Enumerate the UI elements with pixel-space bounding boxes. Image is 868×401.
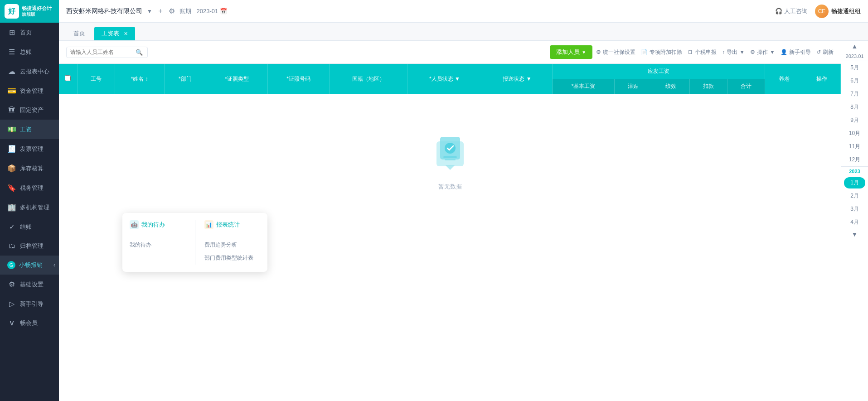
new-guide-btn[interactable]: 👤 新手引导 — [781, 48, 811, 56]
search-icon[interactable]: 🔍 — [136, 49, 143, 56]
special-deduction-btn[interactable]: 📄 专项附加扣除 — [641, 48, 682, 56]
sidebar-item-basic-settings[interactable]: ⚙ 基础设置 — [0, 275, 59, 294]
subsidy-header: 津贴 — [614, 79, 652, 94]
timeline-month-4[interactable]: 4月 — [841, 216, 868, 229]
operation-label: 操作 — [757, 48, 768, 56]
sidebar-item-cloud-report[interactable]: ☁ 云报表中心 — [0, 62, 59, 81]
sidebar-item-salary[interactable]: 💵 工资 — [0, 120, 59, 139]
home-icon: ⊞ — [7, 28, 16, 37]
timeline-month-10[interactable]: 10月 — [841, 127, 868, 140]
customer-service-label: 人工咨询 — [784, 7, 808, 15]
sidebar-item-multi-org[interactable]: 🏢 多机构管理 — [0, 198, 59, 217]
id-number-header: *证照号码 — [267, 64, 329, 94]
sidebar-item-ledger[interactable]: ☰ 总账 — [0, 42, 59, 62]
popup-todo-item-1[interactable]: 我的待办 — [130, 238, 186, 251]
id-type-header: *证照类型 — [206, 64, 267, 94]
special-deduction-label: 专项附加扣除 — [650, 48, 682, 56]
sidebar-item-settlement[interactable]: ✓ 结账 — [0, 217, 59, 237]
tabbar: 首页 工资表 ✕ — [59, 23, 868, 41]
invoice-icon: 🧾 — [7, 145, 16, 153]
personal-tax-label: 个税申报 — [695, 48, 717, 56]
company-dropdown-icon[interactable]: ▼ — [147, 8, 152, 14]
timeline-month-9[interactable]: 9月 — [841, 114, 868, 127]
popup-report-title[interactable]: 📊 报表统计 — [204, 220, 261, 233]
sidebar-item-tax[interactable]: 🔖 税务管理 — [0, 178, 59, 198]
timeline-nav-down[interactable]: ▼ — [841, 229, 868, 240]
report-icon: 📊 — [205, 222, 212, 228]
sidebar-item-fund-label: 资金管理 — [20, 87, 44, 95]
popup-todo-title-text: 我的待办 — [141, 221, 165, 229]
user-avatar: CE — [815, 5, 829, 18]
timeline-month-2[interactable]: 2月 — [841, 189, 868, 203]
sidebar-item-home-label: 首页 — [20, 29, 32, 37]
timeline-month-6[interactable]: 6月 — [841, 74, 868, 87]
timeline-month-1-active[interactable]: 1月 — [844, 177, 865, 188]
sidebar-item-archive[interactable]: 🗂 归档管理 — [0, 237, 59, 256]
customer-service-btn[interactable]: 🎧 人工咨询 — [775, 7, 808, 15]
sidebar-item-home[interactable]: ⊞ 首页 — [0, 23, 59, 42]
main-area: 西安虾米网络科技有限公司 ▼ ＋ ⚙ 账期 2023-01 📅 🎧 人工咨询 C… — [59, 0, 868, 401]
refresh-btn[interactable]: ↺ 刷新 — [816, 48, 834, 56]
popup-report-item-1[interactable]: 费用趋势分析 — [204, 238, 261, 251]
add-person-button[interactable]: 添加人员 ▼ — [550, 45, 592, 59]
sidebar-item-fixed-assets[interactable]: 🏛 固定资产 — [0, 101, 59, 120]
tab-salary[interactable]: 工资表 ✕ — [94, 27, 135, 40]
user-info[interactable]: CE 畅捷通组组 — [815, 5, 861, 18]
personal-tax-btn[interactable]: 🗒 个税申报 — [688, 48, 717, 56]
export-icon: ↑ — [722, 49, 725, 55]
svg-point-2 — [445, 143, 456, 154]
sidebar-item-member[interactable]: V 畅会员 — [0, 314, 59, 333]
sidebar-item-archive-label: 归档管理 — [20, 242, 44, 250]
period-label: 账期 2023-01 📅 — [179, 7, 227, 15]
timeline-panel: ▲ 2023.01 5月 6月 7月 8月 9月 10月 11月 12月 202… — [841, 41, 868, 401]
tab-home[interactable]: 首页 — [66, 27, 92, 40]
sidebar: 好 畅捷通好会计 旗舰版 ⊞ 首页 ☰ 总账 ☁ 云报表中心 💳 资金管理 🏛 … — [0, 0, 59, 401]
report-status-header: 报送状态 ▼ — [482, 64, 553, 94]
deduction-header: 扣款 — [690, 79, 727, 94]
sidebar-item-xiaochang[interactable]: G 小畅报销 ‹ — [0, 256, 59, 275]
username-label: 畅捷通组组 — [831, 7, 861, 15]
refresh-label: 刷新 — [823, 48, 834, 56]
operation-btn[interactable]: ⚙ 操作 ▼ — [750, 48, 775, 56]
timeline-month-11[interactable]: 11月 — [841, 140, 868, 153]
salary-icon: 💵 — [7, 125, 16, 134]
sidebar-item-ledger-label: 总账 — [20, 48, 32, 56]
timeline-month-7[interactable]: 7月 — [841, 87, 868, 101]
svg-rect-3 — [443, 156, 457, 158]
topbar-add-icon[interactable]: ＋ — [157, 6, 164, 16]
tab-salary-close-icon[interactable]: ✕ — [124, 31, 128, 36]
topbar-right: 🎧 人工咨询 CE 畅捷通组组 — [775, 5, 861, 18]
sidebar-item-inventory[interactable]: 📦 库存核算 — [0, 159, 59, 178]
timeline-nav-up[interactable]: ▲ — [841, 41, 868, 52]
member-icon: V — [7, 320, 16, 327]
popup-report-item-2[interactable]: 部门费用类型统计表 — [204, 251, 261, 265]
empty-state: 暂无数据 — [59, 94, 841, 227]
social-insurance-btn[interactable]: ⚙ 统一社保设置 — [596, 48, 635, 56]
sidebar-item-salary-label: 工资 — [20, 126, 32, 134]
fund-icon: 💳 — [7, 87, 16, 95]
topbar-gear-icon[interactable]: ⚙ — [169, 7, 175, 15]
search-box[interactable]: 🔍 — [66, 47, 148, 58]
department-header: *部门 — [164, 64, 206, 94]
export-btn[interactable]: ↑ 导出 ▼ — [722, 48, 745, 56]
select-all-checkbox[interactable] — [65, 75, 71, 81]
period-value[interactable]: 2023-01 — [197, 8, 218, 14]
inventory-icon: 📦 — [7, 164, 16, 173]
timeline-month-3[interactable]: 3月 — [841, 203, 868, 216]
popup-todo-title[interactable]: 🤖 我的待办 — [130, 220, 186, 233]
sidebar-nav: ⊞ 首页 ☰ 总账 ☁ 云报表中心 💳 资金管理 🏛 固定资产 💵 工资 🧾 发… — [0, 23, 59, 401]
toolbar-actions: ⚙ 统一社保设置 📄 专项附加扣除 🗒 个税申报 ↑ 导出 ▼ — [596, 48, 834, 56]
logo-icon: 好 — [5, 4, 19, 19]
search-input[interactable] — [70, 49, 134, 55]
timeline-month-12[interactable]: 12月 — [841, 153, 868, 166]
timeline-month-5[interactable]: 5月 — [841, 61, 868, 74]
sidebar-item-fund[interactable]: 💳 资金管理 — [0, 81, 59, 101]
timeline-month-8[interactable]: 8月 — [841, 101, 868, 114]
sidebar-item-new-guide[interactable]: ▷ 新手引导 — [0, 294, 59, 314]
sidebar-item-invoice-label: 发票管理 — [20, 145, 44, 153]
popup-report-column: 📊 报表统计 费用趋势分析 部门费用类型统计表 — [204, 220, 261, 265]
sidebar-item-invoice[interactable]: 🧾 发票管理 — [0, 139, 59, 159]
calendar-icon[interactable]: 📅 — [220, 8, 227, 14]
table-checkbox-header[interactable] — [59, 64, 77, 94]
timeline-year-2023: 2023 — [841, 166, 868, 176]
